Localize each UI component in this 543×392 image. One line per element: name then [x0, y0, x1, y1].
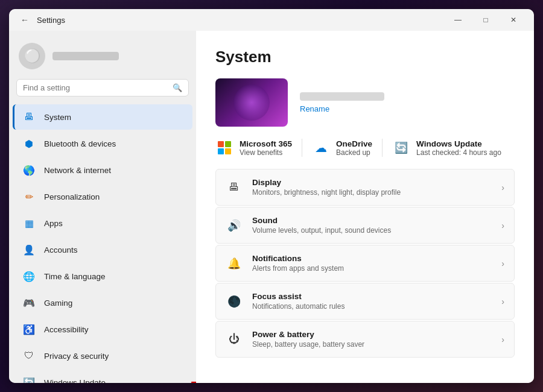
sound-sub: Volume levels, output, input, sound devi… [252, 226, 492, 235]
settings-window: ← Settings — □ ✕ ⚪ 🔍 🖶 System [9, 9, 534, 383]
close-button[interactable]: ✕ [500, 11, 527, 28]
settings-sound[interactable]: 🔊 Sound Volume levels, output, input, so… [215, 207, 515, 244]
window-title: Settings [37, 16, 445, 25]
sound-text: Sound Volume levels, output, input, soun… [252, 216, 492, 235]
profile-section: ⚪ [9, 38, 196, 79]
power-icon: ⏻ [226, 331, 243, 348]
focus-sub: Notifications, automatic rules [252, 302, 492, 311]
device-image [215, 78, 288, 127]
maximize-button[interactable]: □ [472, 11, 499, 28]
privacy-icon: 🛡 [22, 349, 36, 362]
nav-label-system: System [44, 113, 71, 122]
sidebar: ⚪ 🔍 🖶 System ⬢ Bluetooth & devices 🌎 Net… [9, 31, 196, 383]
focus-title: Focus assist [252, 292, 492, 301]
update-icon: 🔄 [22, 376, 36, 383]
power-sub: Sleep, battery usage, battery saver [252, 340, 492, 349]
divider-1 [302, 139, 302, 157]
bluetooth-icon: ⬢ [22, 137, 36, 150]
sound-title: Sound [252, 216, 492, 225]
nav-label-apps: Apps [44, 219, 63, 228]
settings-focus[interactable]: 🌑 Focus assist Notifications, automatic … [215, 283, 515, 320]
content-area: ⚪ 🔍 🖶 System ⬢ Bluetooth & devices 🌎 Net… [9, 31, 534, 383]
nav-label-accounts: Accounts [44, 245, 78, 254]
profile-name-bar [52, 52, 119, 60]
back-button[interactable]: ← [16, 11, 33, 28]
avatar: ⚪ [19, 43, 45, 69]
update-arrow-indicator: ➞ [191, 375, 196, 383]
notifications-chevron: › [501, 259, 504, 268]
ms365-icon [218, 141, 231, 154]
time-icon: 🌐 [22, 270, 36, 283]
nav-bluetooth[interactable]: ⬢ Bluetooth & devices [13, 131, 192, 156]
display-title: Display [252, 178, 492, 187]
search-icon: 🔍 [173, 83, 182, 92]
power-chevron: › [501, 335, 504, 344]
main-content: System Rename [196, 31, 534, 383]
nav-label-accessibility: Accessibility [44, 325, 89, 334]
ms365-tr [225, 141, 231, 147]
ms365-sub: View benefits [240, 148, 292, 157]
settings-power[interactable]: ⏻ Power & battery Sleep, battery usage, … [215, 321, 515, 358]
nav-privacy[interactable]: 🛡 Privacy & security [13, 343, 192, 368]
focus-text: Focus assist Notifications, automatic ru… [252, 292, 492, 311]
user-icon: ⚪ [24, 48, 40, 64]
display-chevron: › [501, 183, 504, 192]
services-row: Microsoft 365 View benefits ☁ OneDrive B… [215, 139, 515, 157]
nav-network[interactable]: 🌎 Network & internet [13, 157, 192, 183]
nav-label-privacy: Privacy & security [44, 352, 109, 361]
winupdate-text: Windows Update Last checked: 4 hours ago [416, 139, 501, 157]
ms365-bl [218, 148, 224, 154]
gaming-icon: 🎮 [22, 296, 36, 309]
window-controls: — □ ✕ [445, 11, 527, 28]
notifications-icon: 🔔 [226, 255, 243, 272]
onedrive-name: OneDrive [336, 139, 372, 148]
search-box[interactable]: 🔍 [16, 79, 189, 96]
accessibility-icon: ♿ [22, 323, 36, 336]
nav-accessibility[interactable]: ♿ Accessibility [13, 317, 192, 342]
notifications-title: Notifications [252, 254, 492, 263]
nav-accounts[interactable]: 👤 Accounts [13, 237, 192, 262]
rename-link[interactable]: Rename [300, 104, 384, 113]
nav-apps[interactable]: ▦ Apps [13, 210, 192, 236]
ms365-name: Microsoft 365 [240, 139, 292, 148]
nav-gaming[interactable]: 🎮 Gaming [13, 290, 192, 315]
onedrive-sub: Backed up [336, 148, 372, 157]
nav-label-bluetooth: Bluetooth & devices [44, 139, 116, 148]
nav-update[interactable]: 🔄 Windows Update ➞ [13, 370, 192, 383]
settings-notifications[interactable]: 🔔 Notifications Alerts from apps and sys… [215, 245, 515, 282]
onedrive-text: OneDrive Backed up [336, 139, 372, 157]
ms365-br [225, 148, 231, 154]
display-sub: Monitors, brightness, night light, displ… [252, 188, 492, 197]
notifications-text: Notifications Alerts from apps and syste… [252, 254, 492, 273]
service-onedrive[interactable]: ☁ OneDrive Backed up [312, 139, 372, 157]
nav-label-network: Network & internet [44, 166, 111, 175]
search-input[interactable] [23, 83, 168, 92]
power-text: Power & battery Sleep, battery usage, ba… [252, 330, 492, 349]
onedrive-logo: ☁ [312, 139, 330, 157]
nav-personalization[interactable]: ✏ Personalization [13, 184, 192, 209]
winupdate-name: Windows Update [416, 139, 501, 148]
minimize-button[interactable]: — [445, 11, 471, 28]
service-ms365[interactable]: Microsoft 365 View benefits [215, 139, 292, 157]
nav-label-personalization: Personalization [44, 192, 100, 201]
nav-time[interactable]: 🌐 Time & language [13, 264, 192, 289]
nav-label-time: Time & language [44, 272, 106, 281]
winupdate-logo: 🔄 [392, 139, 410, 157]
system-icon: 🖶 [22, 110, 36, 124]
ms365-text: Microsoft 365 View benefits [240, 139, 292, 157]
winupdate-icon: 🔄 [395, 141, 408, 154]
notifications-sub: Alerts from apps and system [252, 264, 492, 273]
apps-icon: ▦ [22, 217, 36, 230]
nav-system[interactable]: 🖶 System [13, 104, 192, 130]
winupdate-sub: Last checked: 4 hours ago [416, 148, 501, 157]
page-title: System [215, 48, 515, 66]
device-card: Rename [215, 78, 515, 127]
ms365-tl [218, 141, 224, 147]
network-icon: 🌎 [22, 163, 36, 177]
focus-chevron: › [501, 297, 504, 306]
settings-display[interactable]: 🖶 Display Monitors, brightness, night li… [215, 169, 515, 206]
service-winupdate[interactable]: 🔄 Windows Update Last checked: 4 hours a… [392, 139, 501, 157]
divider-2 [382, 139, 383, 157]
focus-icon: 🌑 [226, 293, 243, 310]
personalization-icon: ✏ [22, 190, 36, 203]
